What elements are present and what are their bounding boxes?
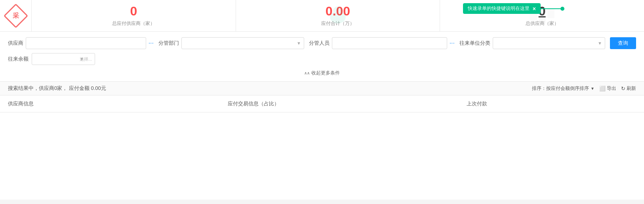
piggy-icon	[324, 2, 352, 30]
results-info: 搜索结果中，供应商0家， 应付金额 0.00元	[8, 85, 106, 92]
filter-department: 分管部门 ▼	[158, 37, 304, 49]
stat-label-payable-suppliers: 总应付供应商（家）	[112, 20, 155, 27]
balance-select[interactable]	[32, 53, 95, 65]
person-input[interactable]	[332, 37, 447, 49]
refresh-label: 刷新	[627, 85, 636, 92]
results-bar: 搜索结果中，供应商0家， 应付金额 0.00元 排序：按应付会额倒序排序 ▼ ⬜…	[0, 82, 644, 95]
logo-diamond: 采	[3, 3, 28, 28]
filter-row-2: 往来余额 选择... ▼	[8, 53, 636, 67]
results-supplier-count: 0家	[54, 85, 62, 91]
supplier-input[interactable]	[26, 37, 146, 49]
department-select-wrapper: ▼	[181, 37, 304, 49]
logo-block: 采	[0, 0, 32, 31]
stat-number-payable-suppliers: 0	[130, 4, 137, 18]
col-payment-header: 上次付款	[467, 100, 636, 107]
svg-point-4	[335, 10, 337, 12]
svg-point-5	[339, 10, 340, 12]
filter-supplier: 供应商 ···	[8, 37, 154, 49]
filter-person: 分管人员 ···	[309, 37, 455, 49]
stat-total-suppliers: 快速录单的快捷键说明在这里 × 0 总供应商（家）	[440, 0, 644, 31]
tooltip-container: 快速录单的快捷键说明在这里 ×	[463, 3, 564, 14]
balance-select-wrapper: 选择... ▼	[32, 53, 95, 65]
results-amount-value: 0.00元	[91, 85, 106, 91]
tooltip-box: 快速录单的快捷键说明在这里 ×	[463, 3, 541, 14]
export-label: 导出	[607, 85, 616, 92]
collapse-label: 收起更多条件	[311, 70, 340, 76]
query-button[interactable]: 查询	[610, 37, 636, 49]
svg-point-6	[335, 18, 340, 20]
export-icon: ⬜	[599, 86, 606, 92]
results-prefix: 搜索结果中，供应商	[8, 85, 54, 91]
collapse-row: ∧∧ 收起更多条件	[8, 67, 636, 78]
unit-category-label: 往来单位分类	[459, 40, 490, 47]
person-ellipsis[interactable]: ···	[450, 40, 455, 47]
tooltip-line	[541, 8, 560, 9]
results-amount-label: 应付金额	[69, 85, 90, 91]
unit-category-select-wrapper: ▼	[493, 37, 605, 49]
refresh-icon: ↻	[621, 86, 625, 92]
results-actions: 排序：按应付会额倒序排序 ▼ ⬜ 导出 ↻ 刷新	[532, 85, 636, 92]
tooltip-close-btn[interactable]: ×	[533, 6, 536, 12]
table-header: 供应商信息 应付交易信息（占比） 上次付款	[0, 95, 644, 112]
person-label: 分管人员	[309, 40, 330, 47]
department-select[interactable]	[181, 37, 304, 49]
filter-area: 供应商 ··· 分管部门 ▼ 分管人员 ··· 往来单位分类	[0, 32, 644, 82]
filter-unit-category: 往来单位分类 ▼	[459, 37, 605, 49]
stat-total-payable-suppliers: 0 总应付供应商（家）	[32, 0, 236, 31]
col-transaction-header: 应付交易信息（占比）	[228, 100, 467, 107]
sort-label: 排序：按应付会额倒序排序	[532, 85, 589, 92]
supplier-ellipsis[interactable]: ···	[149, 40, 154, 47]
stat-payable-total: 0.00 应付合计（万）	[236, 0, 440, 31]
supplier-label: 供应商	[8, 40, 23, 47]
filter-row-1: 供应商 ··· 分管部门 ▼ 分管人员 ··· 往来单位分类	[8, 37, 636, 49]
collapse-button[interactable]: ∧∧ 收起更多条件	[304, 70, 340, 76]
col-supplier-header: 供应商信息	[8, 100, 228, 107]
tooltip-text: 快速录单的快捷键说明在这里	[468, 5, 530, 12]
collapse-up-icon: ∧∧	[304, 71, 310, 75]
stats-bar: 采 0 总应付供应商（家） 0.00 应付合计（万）	[0, 0, 644, 32]
table-body	[0, 112, 644, 200]
sort-button[interactable]: 排序：按应付会额倒序排序 ▼	[532, 85, 594, 92]
tooltip-dot	[560, 7, 564, 11]
department-label: 分管部门	[158, 40, 179, 47]
sort-chevron-icon: ▼	[591, 86, 594, 91]
results-summary: 搜索结果中，供应商0家， 应付金额 0.00元	[8, 85, 106, 92]
export-button[interactable]: ⬜ 导出	[599, 85, 616, 92]
refresh-button[interactable]: ↻ 刷新	[621, 85, 636, 92]
unit-category-select[interactable]	[493, 37, 605, 49]
logo-text: 采	[13, 11, 19, 20]
balance-label: 往来余额	[8, 55, 29, 63]
